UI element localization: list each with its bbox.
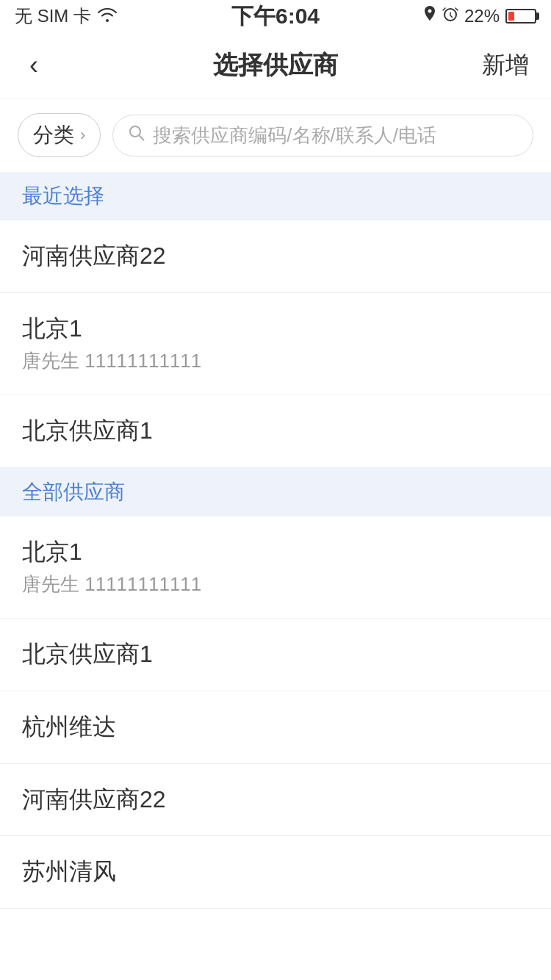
list-item[interactable]: 河南供应商22	[0, 220, 551, 293]
list-item[interactable]: 北京1唐先生 11111111111	[0, 516, 551, 619]
recent-section-header: 最近选择	[0, 172, 551, 220]
list-item[interactable]: 杭州维达	[0, 691, 551, 764]
status-left: 无 SIM 卡	[15, 4, 118, 28]
category-label: 分类	[33, 121, 74, 149]
nav-bar: ‹ 选择供应商 新增	[0, 32, 551, 98]
item-name: 杭州维达	[22, 712, 529, 743]
location-icon	[423, 6, 436, 26]
status-bar: 无 SIM 卡 下午6:04 22%	[0, 0, 551, 32]
svg-point-1	[130, 126, 140, 137]
item-name: 河南供应商22	[22, 241, 529, 272]
battery-percentage: 22%	[464, 6, 500, 26]
all-section-label: 全部供应商	[22, 480, 125, 503]
item-name: 北京1	[22, 314, 529, 345]
svg-line-2	[140, 135, 145, 140]
item-sub: 唐先生 11111111111	[22, 572, 529, 597]
list-item[interactable]: 北京1唐先生 11111111111	[0, 293, 551, 396]
list-item[interactable]: 北京供应商1	[0, 619, 551, 691]
search-placeholder: 搜索供应商编码/名称/联系人/电话	[153, 123, 436, 148]
list-item[interactable]: 苏州清风	[0, 836, 551, 909]
recent-items-list: 河南供应商22北京1唐先生 11111111111北京供应商1	[0, 220, 551, 468]
recent-section-label: 最近选择	[22, 184, 104, 207]
list-item[interactable]: 北京供应商1	[0, 395, 551, 468]
back-button[interactable]: ‹	[22, 43, 46, 88]
carrier-text: 无 SIM 卡	[15, 4, 91, 28]
page-title: 选择供应商	[213, 48, 338, 82]
wifi-icon	[97, 6, 118, 26]
search-box[interactable]: 搜索供应商编码/名称/联系人/电话	[112, 115, 533, 156]
add-button[interactable]: 新增	[482, 49, 529, 82]
category-button[interactable]: 分类 ›	[18, 113, 101, 157]
status-time: 下午6:04	[231, 1, 320, 32]
status-right: 22%	[423, 6, 536, 26]
item-sub: 唐先生 11111111111	[22, 348, 529, 374]
all-items-list: 北京1唐先生 11111111111北京供应商1杭州维达河南供应商22苏州清风	[0, 516, 551, 909]
item-name: 苏州清风	[22, 857, 529, 887]
item-name: 河南供应商22	[22, 785, 529, 815]
item-name: 北京供应商1	[22, 639, 529, 670]
item-name: 北京1	[22, 537, 529, 568]
alarm-icon	[442, 6, 458, 26]
list-item[interactable]: 河南供应商22	[0, 764, 551, 837]
battery-icon	[505, 9, 536, 24]
item-name: 北京供应商1	[22, 416, 529, 447]
chevron-right-icon: ›	[80, 126, 85, 145]
filter-bar: 分类 › 搜索供应商编码/名称/联系人/电话	[0, 98, 551, 172]
all-section-header: 全部供应商	[0, 468, 551, 516]
search-icon	[128, 124, 145, 147]
